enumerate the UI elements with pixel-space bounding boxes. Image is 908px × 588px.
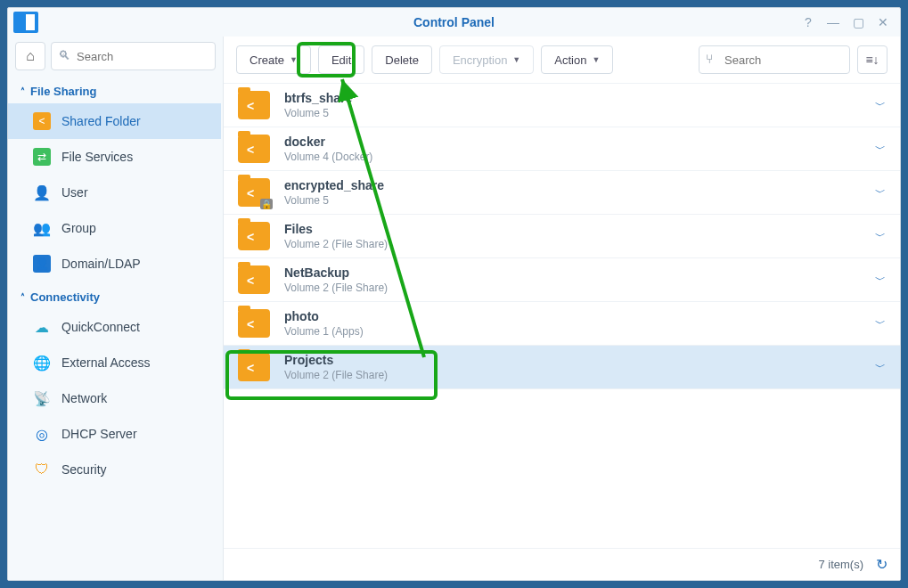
chevron-down-icon: ▼: [290, 55, 298, 64]
sidebar-item-quickconnect[interactable]: ☁ QuickConnect: [8, 309, 221, 345]
folder-name: photo: [284, 309, 364, 323]
button-label: Edit: [331, 53, 351, 67]
folder-texts: NetBackupVolume 2 (File Share): [284, 265, 388, 294]
window-title: Control Panel: [413, 15, 495, 29]
sidebar-item-network[interactable]: 📡 Network: [8, 380, 221, 416]
sidebar-item-label: Security: [61, 462, 107, 477]
section-label: Connectivity: [30, 290, 100, 304]
sidebar-search-input[interactable]: [51, 42, 216, 70]
sidebar-item-domain-ldap[interactable]: 👤 Domain/LDAP: [8, 246, 221, 282]
folder-icon: <: [238, 353, 270, 381]
chevron-down-icon[interactable]: ﹀: [875, 142, 886, 157]
folder-texts: dockerVolume 4 (Docker): [284, 135, 372, 163]
chevron-down-icon[interactable]: ﹀: [875, 229, 886, 244]
item-count: 7 item(s): [818, 558, 863, 571]
folder-texts: FilesVolume 2 (File Share): [284, 222, 388, 250]
create-button[interactable]: Create ▼: [236, 45, 311, 74]
button-label: Encryption: [453, 53, 507, 67]
refresh-button[interactable]: ↻: [876, 556, 888, 573]
folder-icon: <: [238, 309, 270, 338]
delete-button[interactable]: Delete: [372, 45, 432, 74]
app-icon: [13, 12, 38, 33]
button-label: Delete: [385, 53, 419, 67]
folder-name: NetBackup: [284, 265, 388, 280]
network-icon: 📡: [33, 389, 51, 407]
chevron-down-icon[interactable]: ﹀: [875, 273, 886, 288]
folder-sub: Volume 2 (File Share): [284, 369, 388, 381]
button-label: Action: [554, 53, 586, 67]
encryption-button[interactable]: Encryption ▼: [439, 45, 534, 74]
close-icon[interactable]: ✕: [875, 15, 891, 29]
chevron-down-icon[interactable]: ﹀: [875, 185, 886, 200]
folder-row[interactable]: <btrfs_shareVolume 5﹀: [224, 84, 900, 127]
chevron-up-icon: ˄: [20, 292, 25, 302]
chevron-down-icon[interactable]: ﹀: [875, 98, 886, 113]
home-icon: ⌂: [26, 48, 35, 64]
folder-icon: <🔒: [238, 178, 270, 207]
folder-texts: btrfs_shareVolume 5: [284, 91, 352, 119]
sidebar: ⌂ 🔍︎ ˄ File Sharing < Shared Folder ⇄: [8, 37, 224, 580]
sort-button[interactable]: ≡↓: [857, 45, 888, 74]
folder-icon: <: [238, 222, 270, 250]
folder-texts: encrypted_shareVolume 5: [284, 178, 384, 207]
dhcp-icon: ◎: [33, 425, 51, 443]
folder-sub: Volume 4 (Docker): [284, 151, 372, 163]
sort-icon: ≡↓: [865, 53, 879, 67]
sidebar-item-external-access[interactable]: 🌐 External Access: [8, 345, 221, 380]
ldap-icon: 👤: [33, 255, 51, 273]
button-label: Create: [249, 53, 284, 67]
folder-row[interactable]: <ProjectsVolume 2 (File Share)﹀: [224, 346, 900, 389]
list-filter: ⑂: [699, 45, 850, 74]
toolbar: Create ▼ Edit Delete Encryption ▼ Action…: [224, 37, 900, 84]
chevron-down-icon[interactable]: ﹀: [875, 316, 886, 331]
sidebar-item-label: Domain/LDAP: [61, 257, 141, 271]
sidebar-item-label: Shared Folder: [61, 114, 141, 128]
sidebar-item-label: QuickConnect: [61, 320, 140, 334]
group-icon: 👥: [33, 219, 51, 237]
minimize-icon[interactable]: —: [825, 15, 841, 29]
folder-icon: <: [238, 91, 270, 119]
sidebar-item-label: File Services: [61, 150, 133, 164]
folder-row[interactable]: <🔒encrypted_shareVolume 5﹀: [224, 171, 900, 215]
folder-share-icon: <: [33, 112, 51, 130]
folder-sub: Volume 2 (File Share): [284, 282, 388, 294]
sidebar-item-label: Network: [61, 391, 107, 405]
folder-sub: Volume 5: [284, 194, 384, 207]
arrows-icon: ⇄: [33, 148, 51, 166]
folder-row[interactable]: <photoVolume 1 (Apps)﹀: [224, 302, 900, 346]
sidebar-item-file-services[interactable]: ⇄ File Services: [8, 139, 221, 175]
sidebar-item-shared-folder[interactable]: < Shared Folder: [8, 103, 221, 139]
chevron-down-icon[interactable]: ﹀: [875, 360, 886, 375]
folder-sub: Volume 2 (File Share): [284, 238, 388, 250]
folder-name: btrfs_share: [284, 91, 352, 105]
footer: 7 item(s) ↻: [224, 548, 900, 580]
edit-button[interactable]: Edit: [318, 45, 364, 74]
globe-icon: 🌐: [33, 354, 51, 372]
user-icon: 👤: [33, 184, 51, 201]
home-button[interactable]: ⌂: [15, 42, 45, 70]
sidebar-search: 🔍︎: [51, 42, 216, 70]
folder-list: <btrfs_shareVolume 5﹀<dockerVolume 4 (Do…: [224, 84, 900, 548]
list-filter-input[interactable]: [699, 45, 850, 74]
action-button[interactable]: Action ▼: [541, 45, 613, 74]
folder-name: encrypted_share: [284, 178, 384, 192]
folder-name: Projects: [284, 353, 388, 367]
folder-texts: photoVolume 1 (Apps): [284, 309, 364, 338]
help-icon[interactable]: ?: [800, 15, 816, 29]
section-file-sharing[interactable]: ˄ File Sharing: [8, 76, 221, 103]
folder-sub: Volume 5: [284, 107, 352, 119]
sidebar-nav: ˄ File Sharing < Shared Folder ⇄ File Se…: [8, 76, 223, 580]
sidebar-item-dhcp-server[interactable]: ◎ DHCP Server: [8, 416, 221, 452]
folder-name: docker: [284, 135, 372, 149]
main-panel: Create ▼ Edit Delete Encryption ▼ Action…: [224, 37, 900, 580]
sidebar-item-security[interactable]: 🛡 Security: [8, 452, 221, 487]
sidebar-item-user[interactable]: 👤 User: [8, 175, 221, 210]
section-connectivity[interactable]: ˄ Connectivity: [8, 282, 221, 309]
cloud-icon: ☁: [33, 318, 51, 336]
sidebar-item-group[interactable]: 👥 Group: [8, 210, 221, 246]
folder-row[interactable]: <NetBackupVolume 2 (File Share)﹀: [224, 258, 900, 302]
sidebar-item-label: User: [61, 185, 88, 200]
folder-row[interactable]: <dockerVolume 4 (Docker)﹀: [224, 127, 900, 171]
maximize-icon[interactable]: ▢: [850, 15, 866, 29]
folder-row[interactable]: <FilesVolume 2 (File Share)﹀: [224, 215, 900, 258]
